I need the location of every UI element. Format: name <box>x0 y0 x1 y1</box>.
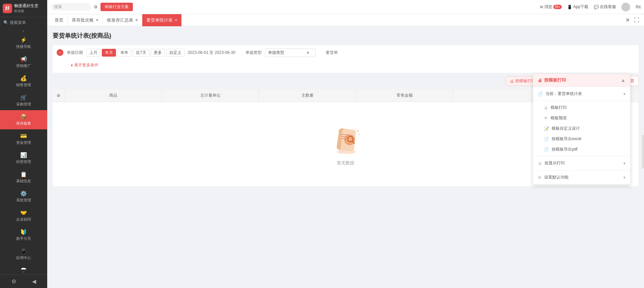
tab-batch-account[interactable]: 库存批次账 ✕ <box>68 14 103 26</box>
tab-fullscreen-button[interactable]: ⛶ <box>633 16 641 25</box>
print-dropdown-items-section: 🖨 模板打印 👁 模板预览 📝 模板自定义设计 <box>533 101 630 156</box>
display-print-item[interactable]: 🖨 按显示打印 ▾ <box>533 158 630 169</box>
svg-point-10 <box>356 129 357 129</box>
sidebar-item-shortcut[interactable]: ⚡ 快捷导航 <box>0 33 47 53</box>
date-btn-custom[interactable]: 自定义 <box>166 49 184 57</box>
sidebar-item-guide[interactable]: 🔰 新手引导 <box>0 225 47 245</box>
type-filter-select[interactable]: 单据类型 ▼ <box>265 49 316 57</box>
wechat-icon: 💬 <box>20 267 27 269</box>
tab-bar-right-controls: ✕ ⛶ <box>624 15 641 25</box>
display-print-icon: 🖨 <box>538 161 542 166</box>
scroll-down[interactable]: ▼ <box>0 269 47 275</box>
scroll-indicator[interactable] <box>642 135 644 168</box>
sidebar-item-inventory[interactable]: 📦 库存核算 <box>0 110 47 129</box>
print-title-icon: 🖨 <box>538 78 542 83</box>
message-badge: 99+ <box>553 5 562 9</box>
sidebar-item-wechat[interactable]: 💬 企业微信 <box>0 264 47 269</box>
sidebar-item-finance[interactable]: 💳 资金管理 <box>0 129 47 149</box>
logo-icon: 好 <box>3 4 12 13</box>
template-print-icon: 🖨 <box>544 105 548 110</box>
display-print-arrow: ▾ <box>623 161 625 166</box>
collapse-button[interactable]: ◀ <box>32 278 36 285</box>
sidebar-item-marketing[interactable]: 📢 营销推广 <box>0 53 47 72</box>
date-btn-more[interactable]: 更多 <box>151 49 165 57</box>
filter-bar: › 单据日期 上月 本月 本年 近7天 更多 自定义 2023-06-01 至 … <box>53 45 639 73</box>
table-col-retail-amount: 零售金额 <box>356 89 453 102</box>
tab-bar: 首页 库存批次账 ✕ 收发存汇总表 ✕ 要货单统计表 ✕ ✕ ⛶ <box>47 14 644 26</box>
export-excel-icon: 📄 <box>544 137 549 141</box>
username-label: Rit <box>636 5 641 9</box>
table-col-unit: 主计量单位 <box>162 89 259 102</box>
main-content: 搜索 ⚙ 体验行业方案 ✉ 消息 99+ 📱 App下载 💬 在线客服 Rit … <box>47 0 644 288</box>
print-current-template-item[interactable]: 📄 当前：要货单统计表 ▾ <box>533 88 630 99</box>
sidebar-item-appstore[interactable]: 📱 应用中心 <box>0 245 47 264</box>
filter-group: 单据日期 上月 本月 本年 近7天 更多 自定义 2023-06-01 至 20… <box>67 49 635 69</box>
filter-expand-icon[interactable]: › <box>57 49 63 56</box>
sidebar-item-basic[interactable]: 📋 基础信息 <box>0 168 47 187</box>
sidebar-item-operation[interactable]: 📊 经营管理 <box>0 149 47 168</box>
settings-button[interactable]: ⚙ <box>11 278 16 285</box>
sales-icon: 💰 <box>20 75 27 82</box>
date-btn-prev-month[interactable]: 上月 <box>86 49 100 57</box>
app-download-button[interactable]: 📱 App下载 <box>567 4 588 10</box>
sidebar-item-system[interactable]: ⚙️ 系统管理 <box>0 187 47 206</box>
filter-row-date: 单据日期 上月 本月 本年 近7天 更多 自定义 2023-06-01 至 20… <box>67 49 635 57</box>
basic-icon: 📋 <box>20 171 27 178</box>
search-menu[interactable]: 🔍 搜索菜单 <box>0 17 47 28</box>
app-icon: 📱 <box>567 5 572 9</box>
template-custom-left: 📝 模板自定义设计 <box>544 126 580 131</box>
print-dropdown-title: 🖨 按模板打印 <box>538 77 566 83</box>
marketing-icon: 📢 <box>20 56 27 62</box>
scroll-up[interactable]: ▲ <box>0 28 47 33</box>
sidebar-item-collab[interactable]: 🤝 企业协同 <box>0 206 47 225</box>
tab-home[interactable]: 首页 <box>51 14 68 26</box>
print-template-preview-item[interactable]: 👁 模板预览 <box>533 113 630 123</box>
default-function-arrow: ▾ <box>623 175 625 180</box>
date-btn-this-month[interactable]: 本月 <box>102 49 116 57</box>
current-template-arrow: ▾ <box>623 92 625 96</box>
default-function-section: ⚙ 设置默认功能 ▾ <box>533 170 630 185</box>
default-function-item[interactable]: ⚙ 设置默认功能 ▾ <box>533 172 630 183</box>
page-area: 要货单统计表(按商品) › 单据日期 上月 本月 本年 近7天 更多 自定义 2… <box>47 26 644 288</box>
printer-icon: 🖨 <box>510 79 514 84</box>
tab-order-summary[interactable]: 要货单统计表 ✕ <box>142 14 182 26</box>
table-col-settings[interactable]: ⚙ <box>53 90 65 101</box>
tab-close-order[interactable]: ✕ <box>175 18 177 22</box>
collab-icon: 🤝 <box>20 210 27 216</box>
print-export-pdf-item[interactable]: 📄 按模板导出pdf <box>533 144 630 155</box>
expand-icon: ▾ <box>71 63 73 68</box>
trial-button[interactable]: 体验行业方案 <box>100 3 133 11</box>
date-filter-label: 单据日期 <box>67 50 83 56</box>
template-preview-left: 👁 模板预览 <box>544 115 567 121</box>
print-export-excel-item[interactable]: 📄 按模板导出excel <box>533 134 630 144</box>
expand-more-button[interactable]: ▾ 展开更多条件 <box>67 61 635 69</box>
template-preview-icon: 👁 <box>544 116 548 121</box>
sidebar: 好 畅捷通好生意 标准版 🔍 搜索菜单 ▲ ⚡ 快捷导航 📢 营销推广 💰 销售… <box>0 0 47 288</box>
sidebar-item-sales[interactable]: 💰 销售管理 <box>0 72 47 91</box>
inventory-icon: 📦 <box>20 114 27 120</box>
empty-text-label: 暂无数据 <box>337 160 354 166</box>
more-label: 要货单 <box>326 50 338 56</box>
print-template-custom-item[interactable]: 📝 模板自定义设计 <box>533 123 630 134</box>
tab-close-batch[interactable]: ✕ <box>96 18 98 22</box>
print-dropdown-close-button[interactable]: ▲ <box>621 77 625 83</box>
tab-close-receipt[interactable]: ✕ <box>135 18 138 22</box>
print-template-print-item[interactable]: 🖨 模板打印 <box>533 102 630 113</box>
tab-close-all-button[interactable]: ✕ <box>624 15 631 25</box>
type-filter-label: 单据类型 <box>245 50 262 56</box>
type-select-arrow: ▼ <box>306 51 310 55</box>
sidebar-item-purchase[interactable]: 🛒 采购管理 <box>0 91 47 110</box>
svg-point-9 <box>359 134 360 135</box>
top-gear-icon[interactable]: ⚙ <box>94 4 98 9</box>
online-service-button[interactable]: 💬 在线客服 <box>594 4 616 10</box>
appstore-icon: 📱 <box>20 248 27 254</box>
user-avatar[interactable] <box>621 3 630 11</box>
date-range-display: 2023-06-01 至 2023-06-30 <box>188 50 235 56</box>
date-btn-7days[interactable]: 近7天 <box>133 49 149 57</box>
guide-icon: 🔰 <box>20 229 27 235</box>
message-button[interactable]: ✉ 消息 99+ <box>540 4 562 10</box>
export-excel-left: 📄 按模板导出excel <box>544 136 581 142</box>
export-pdf-left: 📄 按模板导出pdf <box>544 147 578 152</box>
date-btn-this-year[interactable]: 本年 <box>117 49 131 57</box>
tab-receipt-summary[interactable]: 收发存汇总表 ✕ <box>103 14 142 26</box>
